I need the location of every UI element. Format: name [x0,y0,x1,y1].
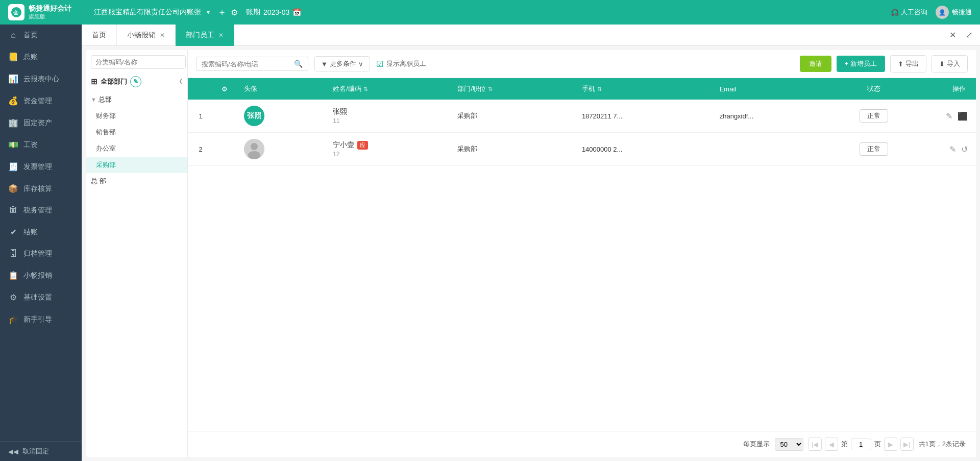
name-code-1: 张熙 11 [333,107,441,125]
tab-maximize[interactable]: ⤢ [962,28,976,42]
dept-search-box: 🔍 [86,50,187,72]
cell-avatar-2 [236,133,325,166]
sidebar-item-inventory[interactable]: 📦 库存核算 [0,178,82,200]
employee-search-input[interactable] [202,60,291,68]
user-area[interactable]: 👤 畅捷通 [936,6,972,19]
prev-page-button[interactable]: ◀ [825,438,838,451]
refresh-icon-2[interactable]: ↺ [961,144,968,154]
logo-text-area: 畅捷通好会计 旗舰版 [29,4,71,20]
filter-button[interactable]: ▼ 更多条件 ∨ [314,56,370,71]
tab-close-window[interactable]: ✕ [945,28,960,42]
tab-expense[interactable]: 小畅报销 ✕ [117,25,176,46]
dept-item-finance[interactable]: 财务部 [86,108,187,124]
cell-no-1: 1 [188,100,213,133]
sidebar-item-label: 发票管理 [23,162,52,172]
period-area: 账期 2023-03 📅 [246,8,301,17]
table-row: 1 张照 张熙 [188,100,976,133]
first-page-button[interactable]: |◀ [808,438,822,451]
status-badge-2: 正常 [860,142,888,156]
cell-settings-2 [213,133,236,166]
company-dropdown-icon[interactable]: ▼ [205,9,211,16]
sidebar-item-settings[interactable]: ⚙ 基础设置 [0,286,82,308]
dept-item-purchase[interactable]: 采购部 [86,157,187,173]
cell-phone-1: 18720211 7... [574,100,712,133]
dept-search-input[interactable] [91,55,186,69]
tab-dept-close[interactable]: ✕ [218,32,224,39]
logo-icon: 会 [8,4,24,20]
sidebar-item-guide[interactable]: 🎓 新手引导 [0,308,82,330]
left-arrow-icon: ◀◀ [8,448,18,455]
cell-dept-2: 采购部 [449,133,573,166]
sidebar-item-home[interactable]: ⌂ 首页 [0,25,82,46]
settings-icon[interactable]: ⚙ [231,8,238,17]
tabs-bar: 首页 小畅报销 ✕ 部门员工 ✕ ✕ ⤢ [82,25,980,46]
dept-finance-label: 财务部 [96,111,116,120]
tab-home[interactable]: 首页 [82,25,117,46]
archive-icon: 🗄 [8,249,18,258]
user-name: 畅捷通 [952,8,972,17]
employee-list: 🔍 ▼ 更多条件 ∨ ☑ 显示离职员工 [188,50,976,457]
dept-parent-general[interactable]: 总 部 [86,173,187,189]
service-button[interactable]: 🎧 人工咨询 [891,8,927,17]
toolbar-right: 邀请 + 新增员工 ⬆ 导出 ⬇ 导入 [800,55,968,72]
show-resigned-toggle[interactable]: ☑ 显示离职员工 [376,59,426,69]
sidebar-item-ledger[interactable]: 📒 总账 [0,46,82,68]
dept-collapse-icon[interactable]: 《 [176,78,182,86]
sidebar-item-assets[interactable]: 🏢 固定资产 [0,112,82,134]
next-page-button[interactable]: ▶ [884,438,897,451]
company-selector[interactable]: 江西服宝精品有限责任公司内账张 ▼ [94,8,211,17]
sidebar-item-tax[interactable]: 🏛 税务管理 [0,200,82,221]
inventory-icon: 📦 [8,184,18,193]
sidebar-item-closing[interactable]: ✔ 结账 [0,221,82,243]
sidebar-item-invoice[interactable]: 🧾 发票管理 [0,156,82,178]
th-phone[interactable]: 手机 ⇅ [574,78,712,100]
content-area: 首页 小畅报销 ✕ 部门员工 ✕ ✕ ⤢ 🔍 [82,25,980,461]
calendar-icon[interactable]: 📅 [292,8,301,16]
edit-icon-1[interactable]: ✎ [946,111,952,121]
sidebar-item-salary[interactable]: 💵 工资 [0,134,82,156]
import-button[interactable]: ⬇ 导入 [932,55,968,72]
search-icon[interactable]: 🔍 [294,60,303,68]
employee-toolbar: 🔍 ▼ 更多条件 ∨ ☑ 显示离职员工 [188,50,976,78]
top-header: 会 畅捷通好会计 旗舰版 江西服宝精品有限责任公司内账张 ▼ ＋ ⚙ 账期 20… [0,0,980,25]
export-button[interactable]: ⬆ 导出 [890,55,926,72]
employee-code-2: 12 [333,151,441,158]
grid-icon: ⊞ [91,77,97,86]
sidebar-item-reports[interactable]: 📊 云报表中心 [0,68,82,90]
employee-name-2: 宁小壹 应 [333,140,441,150]
add-employee-button[interactable]: + 新增员工 [837,56,885,72]
sidebar-item-label: 税务管理 [23,206,52,215]
sidebar-item-archive[interactable]: 🗄 归档管理 [0,243,82,264]
total-label: 共1页，2条记录 [919,440,966,449]
tab-dept-employee[interactable]: 部门员工 ✕ [176,25,234,46]
dept-group-general: 总 部 [86,173,187,189]
cell-email-2 [712,133,833,166]
ying-tag: 应 [357,141,368,150]
page-input[interactable] [851,439,871,450]
sidebar: ⌂ 首页 📒 总账 📊 云报表中心 💰 资金管理 🏢 固定资产 💵 工资 🧾 发… [0,25,82,461]
tab-expense-close[interactable]: ✕ [160,32,165,39]
th-name[interactable]: 姓名/编码 ⇅ [325,78,449,100]
checkbox-checked-icon: ☑ [376,59,383,69]
dept-edit-icon[interactable]: ✎ [130,76,141,87]
page-unit: 页 [874,440,881,449]
sidebar-item-expense[interactable]: 📋 小畅报销 [0,264,82,286]
dept-parent-root[interactable]: ▼ 总部 [86,91,187,108]
dept-item-office[interactable]: 办公室 [86,140,187,157]
invite-button[interactable]: 邀请 [800,56,831,72]
cell-avatar-1: 张照 [236,100,325,133]
edit-icon-2[interactable]: ✎ [949,144,956,154]
add-company-icon[interactable]: ＋ [217,6,227,18]
last-page-button[interactable]: ▶| [900,438,914,451]
dept-item-sales[interactable]: 销售部 [86,124,187,140]
company-name: 江西服宝精品有限责任公司内账张 [94,8,201,17]
unpin-button[interactable]: ◀◀ 取消固定 [0,441,82,461]
th-settings[interactable]: ⚙ [213,78,236,100]
sidebar-item-label: 归档管理 [23,249,52,258]
sidebar-item-funds[interactable]: 💰 资金管理 [0,90,82,112]
th-avatar: 头像 [236,78,325,100]
all-dept-header[interactable]: ⊞ 全部部门 ✎ 《 [86,72,187,91]
page-size-dropdown[interactable]: 50 20 100 [775,438,803,451]
th-dept[interactable]: 部门/职位 ⇅ [449,78,573,100]
logout-icon-1[interactable]: ⬛ [958,111,968,121]
